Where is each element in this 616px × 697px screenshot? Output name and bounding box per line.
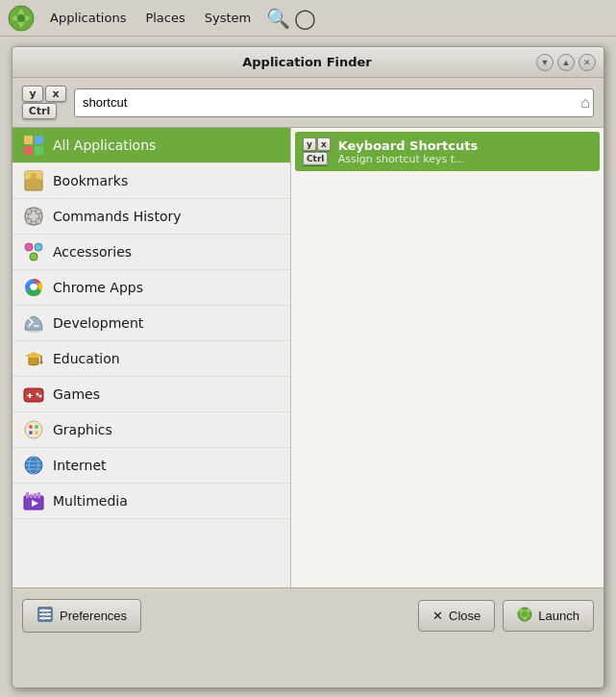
svg-rect-2: [24, 136, 33, 144]
svg-point-15: [25, 243, 33, 251]
svg-point-8: [31, 173, 37, 179]
category-commands-history[interactable]: Commands History: [12, 199, 290, 235]
svg-rect-5: [35, 146, 43, 155]
svg-point-50: [42, 616, 45, 619]
svg-point-49: [46, 612, 49, 615]
titlebar-scroll-up-btn[interactable]: ▲: [557, 54, 575, 71]
menubar-places[interactable]: Places: [137, 7, 192, 29]
svg-rect-41: [34, 493, 37, 498]
launch-button[interactable]: Launch: [503, 600, 594, 632]
svg-rect-42: [37, 492, 40, 498]
svg-rect-4: [24, 146, 33, 155]
games-icon: [22, 383, 45, 406]
all-applications-label: All Applications: [53, 137, 156, 153]
dialog-title: Application Finder: [78, 55, 536, 69]
chrome-apps-label: Chrome Apps: [53, 280, 143, 295]
category-education[interactable]: Education: [12, 341, 290, 377]
search-input-wrap: ⌂: [74, 88, 594, 117]
category-accessories[interactable]: Accessories: [12, 235, 290, 270]
education-label: Education: [53, 351, 120, 366]
categories-panel: All Applications Bookmarks: [12, 128, 291, 587]
svg-point-28: [25, 421, 42, 438]
svg-point-13: [26, 218, 32, 224]
key-x: x: [45, 86, 66, 102]
svg-rect-45: [39, 610, 51, 611]
keyboard-shortcuts-icon: y x Ctrl: [303, 137, 331, 165]
titlebar-controls: ▼ ▲ ✕: [536, 54, 596, 71]
category-graphics[interactable]: Graphics: [12, 412, 290, 448]
titlebar-close-btn[interactable]: ✕: [579, 54, 596, 71]
search-icon[interactable]: 🔍: [266, 7, 290, 30]
svg-point-54: [527, 609, 530, 612]
category-development[interactable]: Development: [12, 306, 290, 341]
svg-point-16: [35, 243, 42, 251]
category-bookmarks[interactable]: Bookmarks: [12, 163, 290, 199]
app-logo: [8, 5, 35, 32]
preferences-button[interactable]: Preferences: [22, 599, 141, 633]
keyboard-shortcut-icon: y x Ctrl: [22, 86, 66, 119]
svg-rect-47: [39, 617, 51, 619]
close-icon: ✕: [432, 609, 443, 623]
menubar-system[interactable]: System: [197, 7, 259, 29]
close-button[interactable]: ✕ Close: [418, 600, 495, 632]
bottom-bar: Preferences ✕ Close Launch: [12, 588, 604, 642]
development-label: Development: [53, 315, 143, 331]
svg-rect-25: [27, 395, 33, 396]
app-name-keyboard-shortcuts: Keyboard Shortcuts: [338, 138, 478, 153]
bookmarks-icon: [22, 169, 45, 192]
search-input[interactable]: [74, 88, 594, 117]
svg-rect-3: [35, 136, 43, 144]
key-ctrl: Ctrl: [22, 103, 57, 119]
result-key-ctrl: Ctrl: [303, 152, 328, 165]
svg-point-55: [523, 616, 527, 620]
category-chrome-apps[interactable]: Chrome Apps: [12, 270, 290, 306]
titlebar-scroll-down-btn[interactable]: ▼: [536, 54, 554, 71]
category-games[interactable]: Games: [12, 377, 290, 412]
category-all-applications[interactable]: All Applications: [12, 128, 290, 163]
education-icon: [22, 347, 45, 370]
compose-icon[interactable]: ◯: [294, 7, 315, 30]
search-clear-button[interactable]: ⌂: [580, 95, 590, 111]
svg-point-32: [35, 431, 38, 435]
multimedia-label: Multimedia: [53, 493, 128, 509]
svg-point-48: [42, 609, 45, 611]
development-icon: [22, 311, 45, 335]
app-result-keyboard-shortcuts[interactable]: y x Ctrl Keyboard Shortcuts Assign short…: [295, 132, 600, 171]
application-finder-dialog: Application Finder ▼ ▲ ✕ y x Ctrl ⌂: [12, 46, 604, 688]
all-applications-icon: [22, 134, 45, 157]
graphics-label: Graphics: [53, 422, 112, 437]
svg-point-11: [26, 209, 32, 214]
titlebar: Application Finder ▼ ▲ ✕: [12, 47, 604, 78]
svg-point-31: [29, 431, 33, 435]
preferences-icon: [37, 606, 54, 626]
svg-point-30: [35, 425, 38, 429]
launch-icon: [517, 607, 532, 625]
launch-label: Launch: [538, 609, 579, 623]
svg-point-27: [39, 395, 42, 398]
svg-rect-46: [39, 613, 51, 615]
menubar-applications[interactable]: Applications: [42, 7, 134, 29]
app-info-keyboard-shortcuts: Keyboard Shortcuts Assign shortcut keys …: [338, 138, 478, 165]
svg-point-20: [31, 285, 37, 290]
games-label: Games: [53, 386, 100, 402]
svg-point-26: [37, 393, 39, 396]
bookmarks-label: Bookmarks: [53, 173, 128, 188]
svg-point-17: [30, 253, 37, 261]
result-key-x: x: [317, 137, 331, 151]
category-internet[interactable]: Internet: [12, 448, 290, 484]
category-multimedia[interactable]: Multimedia: [12, 484, 290, 519]
preferences-label: Preferences: [60, 609, 127, 623]
results-panel: y x Ctrl Keyboard Shortcuts Assign short…: [291, 128, 604, 587]
graphics-icon: [22, 418, 45, 441]
svg-point-12: [36, 209, 41, 214]
svg-point-14: [36, 218, 41, 224]
chrome-apps-icon: [22, 276, 45, 299]
internet-label: Internet: [53, 458, 107, 473]
search-area: y x Ctrl ⌂: [12, 78, 604, 127]
bottom-right-buttons: ✕ Close Launch: [418, 600, 594, 632]
svg-point-1: [17, 14, 25, 22]
internet-icon: [22, 454, 45, 477]
svg-rect-39: [26, 492, 29, 498]
svg-point-53: [519, 609, 523, 612]
multimedia-icon: [22, 489, 45, 512]
